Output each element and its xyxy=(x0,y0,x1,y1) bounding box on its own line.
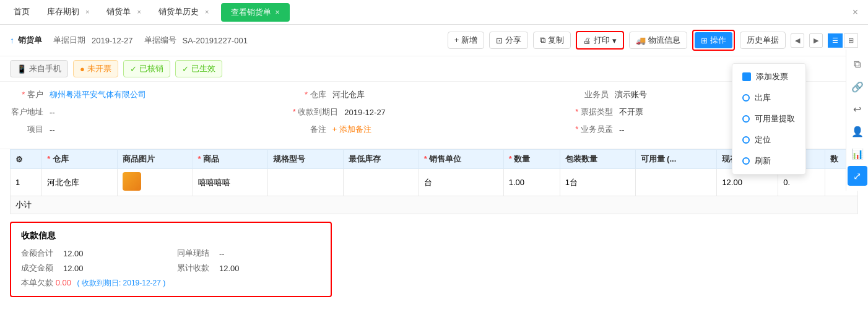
operation-highlight: ⊞ 操作 xyxy=(692,30,735,51)
payment-grid: 金额合计 12.00 同单现结 -- 成交金额 12.00 累计收款 12.00… xyxy=(21,248,321,289)
due-date-label: 收款到期日 xyxy=(293,106,342,118)
list-view-button[interactable]: ☰ xyxy=(828,33,843,48)
salesman-field: 业务员孟 -- xyxy=(575,124,858,135)
menu-refresh[interactable]: 刷新 xyxy=(732,150,805,172)
mobile-icon: 📱 xyxy=(17,64,27,74)
col-pack-qty: 包装数量 xyxy=(560,150,635,169)
sidebar-icon-undo[interactable]: ↩ xyxy=(848,99,867,119)
project-value: -- xyxy=(50,125,124,134)
share-label: 分享 xyxy=(505,35,521,46)
tab-sales[interactable]: 销货单 × xyxy=(98,0,149,25)
row-warehouse: 河北仓库 xyxy=(42,169,118,196)
col-warehouse: 仓库 xyxy=(42,150,118,169)
col-image: 商品图片 xyxy=(117,150,193,169)
staff-value: 演示账号 xyxy=(615,89,689,100)
payment-title: 收款信息 xyxy=(21,230,321,241)
from-mobile-label: 来自手机 xyxy=(29,63,61,74)
share-button[interactable]: ⊡ 分享 xyxy=(489,32,528,49)
staff-label: 业务员 xyxy=(575,89,612,100)
from-mobile-badge[interactable]: 📱 来自手机 xyxy=(10,60,68,77)
customer-value[interactable]: 柳州粤港平安气体有限公司 xyxy=(50,89,146,100)
amount-value: 12.00 xyxy=(63,249,84,258)
effective-badge[interactable]: ✓ 已生效 xyxy=(175,60,222,77)
right-sidebar: ⧉ 🔗 ↩ 👤 📊 ⤢ xyxy=(846,50,868,191)
ticket-value: 不开票 xyxy=(619,106,693,118)
warehouse-value: 河北仓库 xyxy=(332,89,407,100)
tab-view-close[interactable]: × xyxy=(275,7,280,17)
sidebar-icon-chart[interactable]: 📊 xyxy=(848,144,867,163)
main-content: ↑ 销货单 单据日期 2019-12-27 单据编号 SA-20191227-0… xyxy=(0,25,868,330)
outbound-label: 出库 xyxy=(755,92,771,103)
window-close-button[interactable]: × xyxy=(848,4,863,20)
col-min-stock: 最低库存 xyxy=(343,150,419,169)
checked-badge[interactable]: ✓ 已核销 xyxy=(123,60,170,77)
warehouse-field: 仓库 河北仓库 xyxy=(293,89,576,100)
grid-view-button[interactable]: ⊞ xyxy=(844,33,858,48)
tab-inventory-close[interactable]: × xyxy=(85,8,89,15)
row-min-stock xyxy=(343,169,419,196)
sidebar-icon-user[interactable]: 👤 xyxy=(848,121,867,141)
date-label: 单据日期 xyxy=(52,35,89,46)
cumulative-row: 累计收款 12.00 xyxy=(177,263,321,274)
row-spec xyxy=(268,169,344,196)
table-row: 1 河北仓库 嘻嘻嘻嘻 台 1.00 1台 12.00 0. xyxy=(11,169,858,196)
logistics-icon: 🚚 xyxy=(636,36,646,45)
sidebar-icon-expand[interactable]: ⤢ xyxy=(848,166,867,186)
ticket-label: 票据类型 xyxy=(575,106,617,118)
menu-locate[interactable]: 定位 xyxy=(732,129,805,150)
col-spec: 规格型号 xyxy=(268,150,344,169)
tab-view-sales[interactable]: 查看销货单 × xyxy=(221,3,290,22)
operation-label: 操作 xyxy=(710,35,726,46)
tab-inventory[interactable]: 库存期初 × xyxy=(38,0,98,25)
tab-history[interactable]: 销货单历史 × xyxy=(150,0,217,25)
tab-view-label: 查看销货单 xyxy=(231,7,271,18)
tab-sales-label: 销货单 xyxy=(106,6,131,17)
add-invoice-label: 添加发票 xyxy=(756,71,788,82)
deal-value: 12.00 xyxy=(63,264,84,273)
history-button[interactable]: 历史单据 xyxy=(740,32,786,49)
subtotal-text: 小计 xyxy=(15,200,32,209)
cumulative-value: 12.00 xyxy=(219,264,240,273)
same-order-row: 同单现结 -- xyxy=(177,248,321,259)
number-value: SA-20191227-001 xyxy=(183,36,248,45)
col-settings[interactable]: ⚙ xyxy=(11,150,42,169)
logistics-button[interactable]: 🚚 物流信息 xyxy=(629,32,687,49)
this-order-row: 本单欠款 0.00 ( 收款到期日: 2019-12-27 ) xyxy=(21,277,321,289)
not-open-icon: ● xyxy=(80,64,85,74)
sidebar-icon-link[interactable]: 🔗 xyxy=(848,77,867,97)
date-value: 2019-12-27 xyxy=(92,36,133,45)
col-qty: 数量 xyxy=(503,150,560,169)
add-remark-btn[interactable]: + 添加备注 xyxy=(332,124,407,135)
new-label: + 新增 xyxy=(454,35,477,46)
sidebar-icon-copy[interactable]: ⧉ xyxy=(848,54,867,74)
row-product: 嘻嘻嘻嘻 xyxy=(193,169,268,196)
table-header-row: ⚙ 仓库 商品图片 商品 规格型号 最低库存 销售单位 数量 包装数量 可用量 … xyxy=(11,150,858,169)
operation-dropdown: 添加发票 出库 可用量提取 定位 刷新 xyxy=(732,63,806,175)
address-field: 客户地址 -- xyxy=(10,106,293,118)
print-button[interactable]: 🖨 打印 ▾ xyxy=(576,31,624,50)
copy-button[interactable]: ⧉ 复制 xyxy=(533,32,571,49)
remark-field: 备注 + 添加备注 xyxy=(293,124,576,135)
menu-add-invoice[interactable]: 添加发票 xyxy=(732,66,805,87)
new-button[interactable]: + 新增 xyxy=(448,32,484,49)
this-order-label: 本单欠款 xyxy=(21,278,53,287)
share-icon: ⊡ xyxy=(496,36,503,45)
tab-sales-close[interactable]: × xyxy=(137,8,141,15)
tab-home[interactable]: 首页 xyxy=(5,0,38,25)
prev-button[interactable]: ◀ xyxy=(791,33,804,48)
tab-history-close[interactable]: × xyxy=(205,8,209,15)
available-extract-icon xyxy=(742,115,750,123)
menu-outbound[interactable]: 出库 xyxy=(732,87,805,108)
row-unit: 台 xyxy=(419,169,503,196)
locate-icon xyxy=(742,136,750,144)
ticket-field: 票据类型 不开票 xyxy=(575,106,858,118)
not-open-badge[interactable]: ● 未开票 xyxy=(73,60,118,77)
form-row-1: 客户 柳州粤港平安气体有限公司 仓库 河北仓库 业务员 演示账号 xyxy=(10,89,858,100)
next-button[interactable]: ▶ xyxy=(809,33,823,48)
history-label: 历史单据 xyxy=(747,35,779,46)
form-row-2: 客户地址 -- 收款到期日 2019-12-27 票据类型 不开票 xyxy=(10,106,858,118)
copy-icon: ⧉ xyxy=(540,35,545,45)
subtotal-row: 小计 xyxy=(11,196,858,214)
operation-button[interactable]: ⊞ 操作 xyxy=(695,32,732,48)
menu-available-extract[interactable]: 可用量提取 xyxy=(732,108,805,129)
